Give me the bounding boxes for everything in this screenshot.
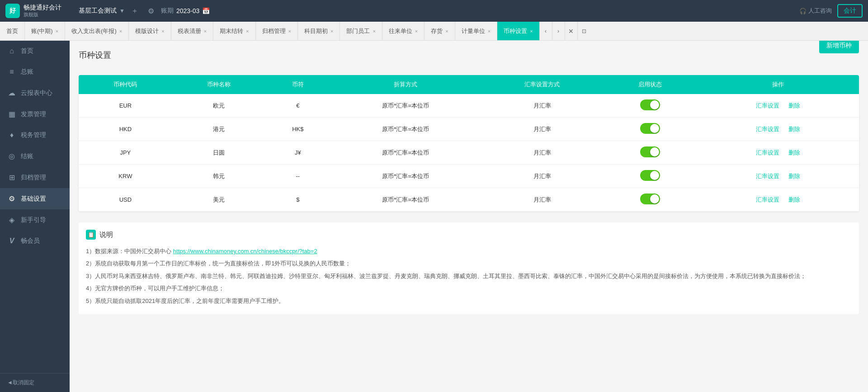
add-tab-button[interactable]: ＋	[128, 5, 141, 17]
tab-shouru[interactable]: 收入支出表(年报) ×	[65, 22, 129, 41]
delete-link[interactable]: 删除	[788, 102, 800, 109]
rate-setting-link[interactable]: 汇率设置	[756, 102, 779, 109]
tab-label: 税表清册	[178, 27, 201, 35]
sidebar-item-ledger[interactable]: ≡ 总账	[0, 61, 70, 82]
tab-close-all-button[interactable]: ✕	[565, 22, 578, 41]
toggle-knob	[650, 171, 659, 180]
toggle-switch[interactable]	[640, 146, 660, 157]
tab-shuibiao[interactable]: 税表清册 ×	[171, 22, 213, 41]
tab-close-icon[interactable]: ×	[530, 28, 533, 34]
new-currency-button[interactable]: 新增币种	[819, 41, 859, 53]
tab-close-icon[interactable]: ×	[119, 28, 122, 34]
col-actions: 操作	[697, 75, 859, 94]
tab-home[interactable]: 首页	[0, 22, 25, 41]
cell-code: EUR	[79, 94, 172, 118]
rate-setting-link[interactable]: 汇率设置	[756, 173, 779, 179]
tab-close-icon[interactable]: ×	[246, 28, 249, 34]
period-label: 账期	[161, 7, 174, 15]
tab-close-icon[interactable]: ×	[288, 28, 291, 34]
sidebar-item-invoice[interactable]: ▦ 发票管理	[0, 104, 70, 125]
rate-setting-link[interactable]: 汇率设置	[756, 196, 779, 203]
sidebar: ⌂ 首页 ≡ 总账 ☁ 云报表中心 ▦ 发票管理 ♦ 税务管理 ◎ 结账 ⊞ 归…	[0, 41, 70, 392]
sidebar-label: 归档管理	[21, 174, 46, 182]
help-button[interactable]: 🎧 人工咨询	[799, 7, 832, 15]
sidebar-item-checkout[interactable]: ◎ 结账	[0, 146, 70, 167]
notice-item-1: 1）数据来源：中国外汇交易中心 https://www.chinamoney.c…	[86, 245, 852, 257]
toggle-switch[interactable]	[640, 194, 660, 204]
rate-setting-link[interactable]: 汇率设置	[756, 126, 779, 132]
cell-rate-method: 月汇率	[481, 165, 604, 188]
tab-close-icon[interactable]: ×	[488, 28, 491, 34]
tab-jiliang[interactable]: 计量单位 ×	[455, 22, 497, 41]
sidebar-item-home[interactable]: ⌂ 首页	[0, 41, 70, 61]
tab-cunkuo[interactable]: 存货 ×	[425, 22, 455, 41]
company-selector[interactable]: 基层工会测试 ▼	[79, 7, 125, 15]
table-row: KRW 韩元 -- 原币*汇率=本位币 月汇率 汇率设置 删除	[79, 165, 859, 188]
tab-bizhong[interactable]: 币种设置 ×	[497, 22, 539, 41]
sidebar-item-member[interactable]: V 畅会员	[0, 231, 70, 251]
tab-label: 往来单位	[389, 27, 412, 35]
tab-bumenygong[interactable]: 部门员工 ×	[340, 22, 382, 41]
cell-symbol: €	[265, 94, 330, 118]
archive-icon: ⊞	[7, 173, 16, 182]
settings-icon: ⚙	[7, 194, 16, 203]
tab-maximize-button[interactable]: ⊡	[578, 22, 590, 41]
calendar-icon[interactable]: 📅	[202, 7, 210, 14]
cell-actions: 汇率设置 删除	[697, 118, 859, 141]
content-area: 币种设置 新增币种 币种代码 币种名称 币符 折算方式 汇率设置方式 启用状态 …	[70, 41, 868, 392]
tab-next-button[interactable]: ›	[552, 22, 565, 41]
delete-link[interactable]: 删除	[788, 173, 800, 179]
settings-icon[interactable]: ⚙	[145, 5, 157, 17]
cell-code: JPY	[79, 141, 172, 165]
logo-area: 好 畅捷通好会计 旗舰版	[5, 4, 75, 18]
cell-code: USD	[79, 188, 172, 212]
toggle-switch[interactable]	[640, 123, 660, 134]
guide-icon: ◈	[7, 216, 16, 224]
sidebar-item-guide[interactable]: ◈ 新手引导	[0, 209, 70, 231]
app-subtitle: 旗舰版	[24, 11, 61, 18]
sidebar-item-reports[interactable]: ☁ 云报表中心	[0, 82, 70, 104]
sidebar-item-tax[interactable]: ♦ 税务管理	[0, 125, 70, 146]
toggle-switch[interactable]	[640, 99, 660, 110]
checkout-icon: ◎	[7, 152, 16, 161]
tab-close-icon[interactable]: ×	[56, 28, 58, 34]
cell-name: 日圆	[172, 141, 266, 165]
tab-guidang[interactable]: 归档管理 ×	[256, 22, 298, 41]
tab-close-icon[interactable]: ×	[204, 28, 207, 34]
logo-icon: 好	[5, 4, 20, 18]
cell-code: HKD	[79, 118, 172, 141]
tab-close-icon[interactable]: ×	[373, 28, 375, 34]
tab-close-icon[interactable]: ×	[330, 28, 333, 34]
sidebar-pin-toggle[interactable]: ◄取消固定	[0, 373, 70, 392]
tab-close-icon[interactable]: ×	[415, 28, 418, 34]
delete-link[interactable]: 删除	[788, 126, 800, 132]
notice-link[interactable]: https://www.chinamoney.com.cn/chinese/bk…	[173, 248, 317, 255]
rate-setting-link[interactable]: 汇率设置	[756, 149, 779, 156]
toggle-knob	[650, 147, 659, 156]
app-name: 畅捷通好会计	[24, 4, 61, 11]
sidebar-label: 首页	[21, 47, 33, 55]
cell-status	[604, 118, 697, 141]
tab-wanglai[interactable]: 往来单位 ×	[382, 22, 425, 41]
sidebar-item-settings[interactable]: ⚙ 基础设置	[0, 188, 70, 209]
notice-item-2: 2）系统自动获取每月第一个工作日的汇率标价，统一为直接标价法，即1外币可以兑换的…	[86, 257, 852, 269]
tab-prev-button[interactable]: ‹	[540, 22, 552, 41]
cell-calc: 原币*汇率=本位币	[330, 165, 481, 188]
toggle-switch[interactable]	[640, 170, 660, 181]
tab-qimo[interactable]: 期末结转 ×	[213, 22, 255, 41]
kuaiji-button[interactable]: 会计	[837, 4, 863, 18]
notice-icon: 📋	[86, 230, 96, 240]
tab-kemuqichu[interactable]: 科目期初 ×	[298, 22, 340, 41]
delete-link[interactable]: 删除	[788, 196, 800, 203]
company-dropdown-icon: ▼	[119, 8, 125, 14]
tab-zhongqi[interactable]: 账(中期) ×	[25, 22, 65, 41]
cell-actions: 汇率设置 删除	[697, 165, 859, 188]
sidebar-item-archive[interactable]: ⊞ 归档管理	[0, 167, 70, 188]
sidebar-label: 基础设置	[21, 195, 46, 203]
tab-muban[interactable]: 模版设计 ×	[129, 22, 171, 41]
table-row: HKD 港元 HK$ 原币*汇率=本位币 月汇率 汇率设置 删除	[79, 118, 859, 141]
toggle-knob	[650, 100, 659, 109]
tab-close-icon[interactable]: ×	[161, 28, 164, 34]
tab-close-icon[interactable]: ×	[445, 28, 448, 34]
delete-link[interactable]: 删除	[788, 149, 800, 156]
